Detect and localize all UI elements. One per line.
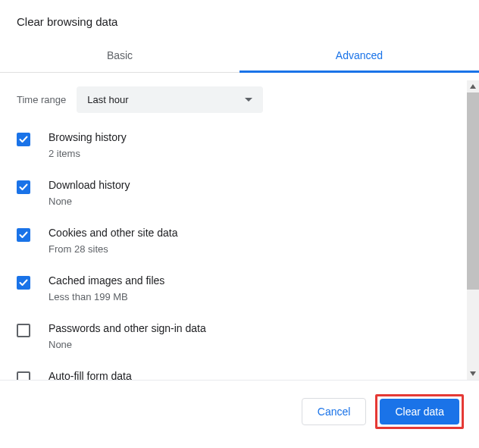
checkbox[interactable] — [17, 371, 30, 380]
option-text: Browsing history2 items — [49, 131, 127, 159]
tabs: Basic Advanced — [0, 40, 479, 73]
checkbox[interactable] — [17, 276, 30, 290]
dialog-footer: Cancel Clear data — [0, 381, 479, 443]
highlight-annotation: Clear data — [375, 394, 464, 429]
option-subtitle: None — [49, 339, 206, 350]
option-text: Cached images and filesLess than 199 MB — [49, 274, 164, 302]
option-text: Download historyNone — [49, 179, 130, 207]
checkbox[interactable] — [17, 324, 30, 337]
option-text: Passwords and other sign-in dataNone — [49, 322, 206, 350]
tab-advanced[interactable]: Advanced — [240, 40, 479, 72]
option-subtitle: From 28 sites — [49, 243, 177, 255]
option-text: Cookies and other site dataFrom 28 sites — [49, 227, 177, 255]
option-subtitle: Less than 199 MB — [49, 291, 164, 302]
option-row: Download historyNone — [17, 179, 462, 207]
chevron-down-icon — [245, 98, 252, 102]
option-title: Cookies and other site data — [49, 227, 177, 239]
scroll-up-icon[interactable] — [467, 80, 479, 92]
option-row: Passwords and other sign-in dataNone — [17, 322, 462, 350]
option-row: Cached images and filesLess than 199 MB — [17, 274, 462, 302]
option-text: Auto-fill form data — [49, 370, 132, 380]
time-range-select[interactable]: Last hour — [77, 86, 263, 113]
content-area: Time range Last hour Browsing history2 i… — [0, 73, 479, 380]
cancel-button[interactable]: Cancel — [302, 398, 367, 425]
option-title: Auto-fill form data — [49, 370, 132, 380]
tab-basic[interactable]: Basic — [0, 40, 240, 72]
scroll-down-icon[interactable] — [467, 368, 479, 380]
time-range-row: Time range Last hour — [17, 86, 462, 113]
time-range-label: Time range — [17, 94, 66, 105]
scroll-thumb[interactable] — [467, 92, 479, 290]
checkbox[interactable] — [17, 133, 30, 146]
dialog-title: Clear browsing data — [0, 0, 479, 40]
time-range-value: Last hour — [87, 94, 128, 105]
scrollbar[interactable] — [467, 80, 479, 380]
options-list: Browsing history2 itemsDownload historyN… — [17, 131, 462, 380]
option-title: Passwords and other sign-in data — [49, 322, 206, 334]
option-row: Browsing history2 items — [17, 131, 462, 159]
option-row: Cookies and other site dataFrom 28 sites — [17, 227, 462, 255]
option-title: Download history — [49, 179, 130, 191]
option-title: Cached images and files — [49, 274, 164, 287]
option-subtitle: 2 items — [49, 148, 127, 159]
clear-data-button[interactable]: Clear data — [380, 399, 459, 425]
option-subtitle: None — [49, 196, 130, 207]
checkbox[interactable] — [17, 180, 30, 194]
checkbox[interactable] — [17, 228, 30, 242]
option-title: Browsing history — [49, 131, 127, 143]
option-row: Auto-fill form data — [17, 370, 462, 380]
